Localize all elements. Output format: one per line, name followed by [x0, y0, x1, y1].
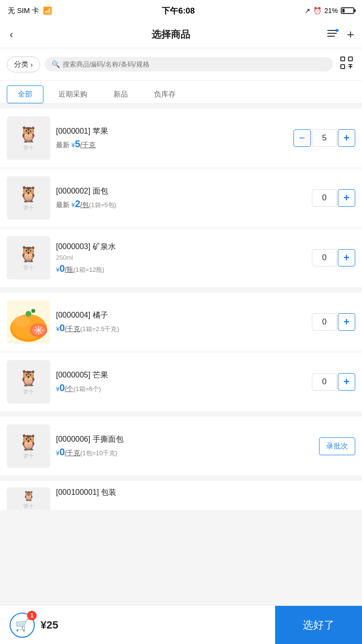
filter-bar: 分类 › 🔍 [0, 48, 362, 81]
price-extra: (1包=10千克) [80, 449, 117, 457]
price-amount: 5 [75, 139, 80, 149]
search-icon: 🔍 [52, 60, 60, 68]
owl-logo: 🦉 管十 [7, 360, 50, 404]
category-button[interactable]: 分类 › [7, 56, 40, 72]
tab-new[interactable]: 新品 [102, 85, 139, 103]
product-thumb-0000002: 🦉 管十 [7, 176, 50, 220]
increment-button[interactable]: + [338, 249, 355, 266]
product-price: 最新 ¥5/千克 [56, 139, 288, 150]
qty-control-0000004: + [312, 313, 355, 331]
status-bar: 无 SIM 卡 📶 下午6:08 ↗ ⏰ 21% [0, 0, 362, 21]
product-name: [000100001] 包装 [56, 488, 355, 498]
price-extra: (1箱=12瓶) [73, 266, 104, 273]
scan-icon[interactable] [338, 54, 355, 74]
product-price: ¥0/千克(1箱=2.5千克) [56, 322, 306, 334]
increment-button[interactable]: + [338, 373, 355, 391]
qty-input[interactable] [312, 189, 337, 207]
owl-logo: 🦉 管十 [7, 488, 50, 510]
batch-button[interactable]: 录批次 [319, 437, 355, 455]
price-label: 最新 [56, 201, 70, 209]
product-thumb-0000003: 🦉 管十 [7, 236, 50, 280]
tab-recent[interactable]: 近期采购 [47, 85, 98, 103]
product-name: [0000004] 橘子 [56, 310, 306, 321]
product-item-0000004: [0000004] 橘子 ¥0/千克(1箱=2.5千克) + [0, 293, 362, 351]
cart-icon-wrap[interactable]: 🛒 1 [10, 613, 35, 638]
confirm-button[interactable]: 选好了 [275, 606, 362, 644]
increment-button[interactable]: + [338, 129, 355, 147]
brand-text: 管十 [23, 388, 34, 395]
brand-text: 管十 [23, 144, 34, 152]
page-title: 选择商品 [152, 28, 190, 41]
price-extra: (1箱=6个) [73, 385, 101, 392]
product-name: [0000006] 手撕面包 [56, 434, 313, 445]
qty-control-0000001: − + [293, 129, 355, 147]
filter-icon[interactable] [327, 28, 339, 42]
chevron-right-icon: › [30, 60, 33, 69]
owl-logo: 🦉 管十 [7, 116, 50, 160]
product-thumb-000100001: 🦉 管十 [7, 488, 50, 510]
product-info-0000006: [0000006] 手撕面包 ¥0/千克(1包=10千克) [56, 434, 313, 458]
cart-badge: 1 [27, 611, 37, 620]
product-info-0000003: [0000003] 矿泉水 250ml ¥0/瓶(1箱=12瓶) [56, 242, 306, 274]
tab-bar: 全部 近期采购 新品 负库存 [0, 81, 362, 104]
decrement-button[interactable]: − [293, 129, 311, 147]
product-price: ¥0/个(1箱=6个) [56, 382, 306, 393]
price-amount: 0 [59, 263, 65, 274]
brand-text: 管十 [23, 503, 34, 510]
price-unit: /千克 [65, 325, 80, 333]
product-spec: 250ml [56, 254, 306, 261]
product-name: [0000005] 芒果 [56, 370, 306, 380]
svg-point-14 [31, 309, 35, 313]
qty-input[interactable] [312, 249, 337, 266]
product-item-0000001: 🦉 管十 [0000001] 苹果 最新 ¥5/千克 − + [0, 109, 362, 168]
tab-all[interactable]: 全部 [7, 85, 43, 103]
orange-image [7, 300, 50, 344]
status-right: ↗ ⏰ 21% [305, 7, 354, 14]
owl-icon: 🦉 [19, 125, 38, 143]
svg-rect-6 [341, 65, 345, 69]
location-icon: ↗ [305, 7, 310, 14]
price-amount: 0 [59, 382, 65, 393]
price-amount: 0 [59, 447, 65, 457]
nav-left: ‹ [8, 27, 15, 43]
product-price: ¥0/千克(1包=10千克) [56, 447, 313, 458]
time-display: 下午6:08 [162, 5, 195, 16]
price-extra: (1袋=5包) [89, 201, 116, 209]
owl-icon: 🦉 [19, 185, 38, 203]
search-input[interactable] [63, 60, 326, 68]
product-info-0000001: [0000001] 苹果 最新 ¥5/千克 [56, 126, 288, 150]
product-thumb-0000004 [7, 300, 50, 344]
product-name: [0000003] 矿泉水 [56, 242, 306, 252]
qty-input[interactable] [312, 129, 337, 147]
owl-logo: 🦉 管十 [7, 236, 50, 280]
qty-input[interactable] [312, 373, 337, 391]
product-info-0000004: [0000004] 橘子 ¥0/千克(1箱=2.5千克) [56, 310, 306, 334]
qty-control-0000005: + [312, 373, 355, 391]
tab-negative[interactable]: 负库存 [143, 85, 187, 103]
search-box: 🔍 [45, 57, 333, 71]
price-unit: /瓶 [65, 266, 73, 273]
product-item-0000003: 🦉 管十 [0000003] 矿泉水 250ml ¥0/瓶(1箱=12瓶) + [0, 228, 362, 287]
product-item-000100001: 🦉 管十 [000100001] 包装 [0, 481, 362, 510]
carrier-text: 无 SIM 卡 [8, 6, 39, 15]
product-name: [0000001] 苹果 [56, 126, 288, 137]
product-item-0000005: 🦉 管十 [0000005] 芒果 ¥0/个(1箱=6个) + [0, 352, 362, 411]
bottom-bar: 🛒 1 ¥25 选好了 [0, 605, 362, 644]
price-unit: /千克 [65, 449, 80, 457]
back-button[interactable]: ‹ [8, 27, 15, 43]
increment-button[interactable]: + [338, 313, 355, 331]
qty-input[interactable] [312, 313, 337, 331]
owl-icon: 🦉 [19, 433, 38, 451]
add-icon[interactable]: + [347, 27, 354, 42]
cart-total: ¥25 [41, 619, 58, 631]
product-thumb-0000006: 🦉 管十 [7, 424, 50, 468]
owl-logo: 🦉 管十 [7, 176, 50, 220]
brand-text: 管十 [23, 452, 34, 460]
price-label: 最新 [56, 141, 70, 149]
cart-area: 🛒 1 ¥25 [10, 613, 275, 638]
increment-button[interactable]: + [338, 189, 355, 207]
product-item-0000002: 🦉 管十 [0000002] 面包 最新 ¥2/包(1袋=5包) + [0, 168, 362, 227]
qty-control-0000002: + [312, 189, 355, 207]
nav-right: + [327, 27, 354, 42]
price-amount: 0 [59, 322, 65, 333]
